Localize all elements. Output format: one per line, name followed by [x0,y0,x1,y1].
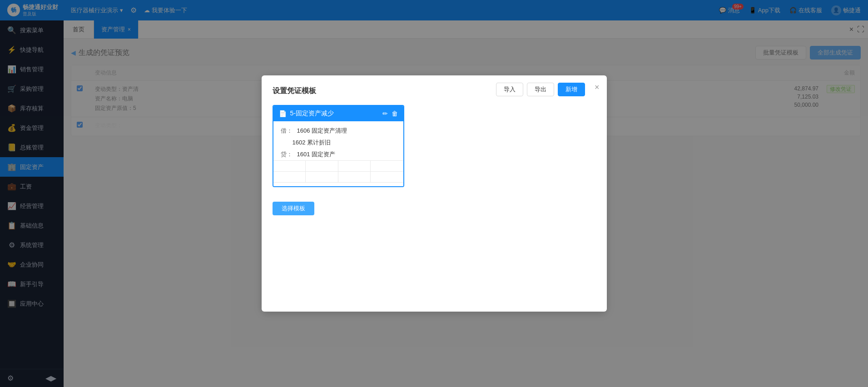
template-grid [273,160,403,183]
grid-cell-5 [273,172,306,183]
grid-cell-4 [371,161,403,172]
template-delete-icon[interactable]: 🗑 [392,110,398,117]
main-content: 首页 资产管理 × × ⛶ ◀ 生成的凭证预览 批量凭证模板 全部生成凭证 [64,20,868,387]
entry-prefix-0: 借： [281,127,293,135]
modal-overlay: 设置凭证模板 × 导入 导出 新增 📄 5-固定资产减少 ✏ [64,39,868,387]
template-entry-2: 贷： 1601 固定资产 [273,149,403,160]
template-entry-1: 1602 累计折旧 [273,137,403,149]
template-card-actions: ✏ 🗑 [382,110,398,117]
grid-cell-8 [371,172,403,183]
import-button[interactable]: 导入 [496,83,523,96]
modal: 设置凭证模板 × 导入 导出 新增 📄 5-固定资产减少 ✏ [262,75,607,312]
page-content: ◀ 生成的凭证预览 批量凭证模板 全部生成凭证 变动信息 金额 [64,39,868,387]
new-button[interactable]: 新增 [558,83,585,96]
template-card-header-left: 📄 5-固定资产减少 [279,109,334,118]
template-doc-icon: 📄 [279,110,287,117]
template-entry-0: 借： 1606 固定资产清理 [273,125,403,137]
grid-cell-2 [306,161,338,172]
grid-cell-6 [306,172,338,183]
template-card-body: 借： 1606 固定资产清理 1602 累计折旧 贷： 1601 固定资产 [273,121,403,186]
template-card: 📄 5-固定资产减少 ✏ 🗑 借： 1606 固定资产清理 [273,105,404,187]
entry-account-2: 1601 固定资产 [297,150,336,159]
entry-account-0: 1606 固定资产清理 [297,127,347,135]
grid-cell-7 [338,172,371,183]
export-button[interactable]: 导出 [527,83,554,96]
entry-prefix-2: 贷： [281,150,293,159]
template-card-header: 📄 5-固定资产减少 ✏ 🗑 [273,106,403,121]
grid-cell-3 [338,161,371,172]
modal-close-button[interactable]: × [595,83,600,92]
choose-template-button[interactable]: 选择模板 [273,202,314,215]
modal-action-buttons: 导入 导出 新增 [496,83,585,96]
choose-template-area: 选择模板 [273,194,596,215]
grid-cell-1 [273,161,306,172]
template-name: 5-固定资产减少 [290,109,334,118]
template-edit-icon[interactable]: ✏ [382,110,388,117]
entry-account-1: 1602 累计折旧 [293,139,331,147]
